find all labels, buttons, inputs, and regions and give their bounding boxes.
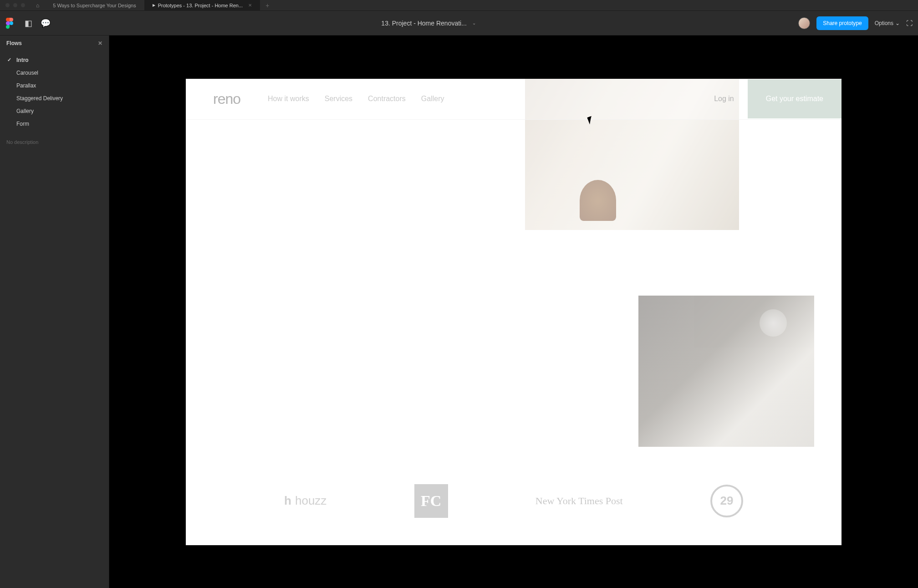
prototype-frame[interactable]: reno How it works Services Contractors G… bbox=[186, 79, 842, 545]
tab-designs[interactable]: 5 Ways to Supercharge Your Designs bbox=[45, 0, 144, 11]
press-logos: hhouzz FC New York Times Post 29 bbox=[186, 484, 842, 518]
chevron-down-icon: ⌄ bbox=[895, 20, 900, 26]
tab-prototype[interactable]: ▶ Prototypes - 13. Project - Home Ren...… bbox=[144, 0, 260, 11]
flow-item-parallax[interactable]: Parallax bbox=[0, 79, 109, 92]
tab-label: Prototypes - 13. Project - Home Ren... bbox=[158, 3, 243, 8]
press-houzz: hhouzz bbox=[284, 494, 326, 508]
panel-title: Flows bbox=[6, 40, 22, 46]
site-header: reno How it works Services Contractors G… bbox=[186, 79, 842, 120]
figma-logo-icon[interactable] bbox=[5, 18, 14, 29]
chevron-down-icon: ⌄ bbox=[472, 20, 476, 26]
nav-how-it-works[interactable]: How it works bbox=[268, 95, 309, 103]
close-icon[interactable]: ✕ bbox=[248, 3, 252, 8]
nav-services[interactable]: Services bbox=[325, 95, 352, 103]
flow-item-intro[interactable]: Intro bbox=[0, 54, 109, 66]
press-fastcompany: FC bbox=[414, 484, 448, 518]
options-menu[interactable]: Options ⌄ bbox=[875, 20, 900, 26]
estimate-button[interactable]: Get your estimate bbox=[748, 79, 842, 118]
flow-description: No description bbox=[0, 133, 109, 151]
flow-item-staggered[interactable]: Staggered Delivery bbox=[0, 92, 109, 105]
tab-label: 5 Ways to Supercharge Your Designs bbox=[53, 3, 136, 8]
site-nav: How it works Services Contractors Galler… bbox=[268, 95, 444, 103]
flow-item-carousel[interactable]: Carousel bbox=[0, 66, 109, 79]
home-icon[interactable]: ⌂ bbox=[36, 2, 39, 9]
nav-contractors[interactable]: Contractors bbox=[368, 95, 406, 103]
flow-item-form[interactable]: Form bbox=[0, 118, 109, 130]
tab-bar: ⌂ 5 Ways to Supercharge Your Designs ▶ P… bbox=[0, 0, 918, 11]
login-link[interactable]: Log in bbox=[714, 95, 734, 103]
nav-gallery[interactable]: Gallery bbox=[421, 95, 444, 103]
press-refinery29: 29 bbox=[710, 485, 743, 517]
flow-list: Intro Carousel Parallax Staggered Delive… bbox=[0, 51, 109, 133]
comment-icon[interactable]: 💬 bbox=[41, 18, 51, 28]
close-icon[interactable]: ✕ bbox=[98, 40, 102, 46]
share-button[interactable]: Share prototype bbox=[816, 16, 868, 30]
sidebar-toggle-icon[interactable]: ◧ bbox=[25, 18, 32, 28]
prototype-title[interactable]: 13. Project - Home Renovati... ⌄ bbox=[59, 20, 798, 27]
site-logo[interactable]: reno bbox=[213, 91, 240, 107]
window-controls[interactable] bbox=[0, 3, 31, 7]
fullscreen-icon[interactable]: ⛶ bbox=[906, 20, 913, 27]
add-tab-button[interactable]: + bbox=[262, 2, 273, 9]
panel-header: Flows ✕ bbox=[0, 36, 109, 51]
play-icon: ▶ bbox=[153, 3, 155, 7]
hero-image-bathroom bbox=[638, 296, 814, 447]
user-avatar[interactable] bbox=[798, 17, 810, 29]
toolbar: ◧ 💬 13. Project - Home Renovati... ⌄ Sha… bbox=[0, 11, 918, 36]
flow-item-gallery[interactable]: Gallery bbox=[0, 105, 109, 118]
press-nyt: New York Times Post bbox=[536, 495, 623, 507]
prototype-canvas[interactable]: reno How it works Services Contractors G… bbox=[109, 36, 918, 588]
flows-panel: Flows ✕ Intro Carousel Parallax Staggere… bbox=[0, 36, 109, 588]
website-preview: reno How it works Services Contractors G… bbox=[186, 79, 842, 545]
